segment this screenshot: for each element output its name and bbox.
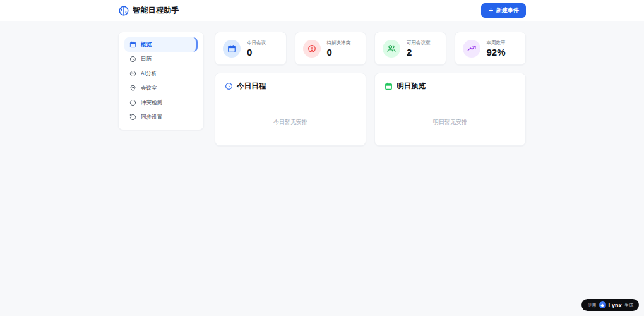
sidebar-item-label: AI分析 <box>141 70 157 78</box>
calendar-icon <box>129 41 136 48</box>
badge-prefix: 使用 <box>588 302 597 308</box>
panel-empty-state: 明日暂无安排 <box>375 99 525 145</box>
brain-logo-icon <box>118 5 129 16</box>
stat-card-pending-conflicts: 待解决冲突 0 <box>295 32 367 65</box>
sync-refresh-icon <box>129 114 136 121</box>
panel-title: 明日预览 <box>397 82 426 91</box>
lynx-attribution-badge[interactable]: 使用 ◆ Lynx 生成 <box>581 299 639 311</box>
new-event-label: 新建事件 <box>496 6 519 15</box>
panel-today-schedule: 今日日程 今日暂无安排 <box>215 73 366 146</box>
sidebar-item-ai-analysis[interactable]: AI分析 <box>124 66 198 81</box>
badge-brand: Lynx <box>609 302 622 308</box>
lynx-logo-icon: ◆ <box>599 301 606 308</box>
sidebar-item-label: 日历 <box>141 56 152 63</box>
empty-text: 今日暂无安排 <box>273 118 307 126</box>
app-header: 智能日程助手 新建事件 <box>0 0 644 21</box>
sidebar-item-label: 同步设置 <box>141 114 162 121</box>
stat-card-weekly-efficiency: 本周效率 92% <box>455 32 527 65</box>
badge-suffix: 生成 <box>624 302 633 308</box>
panel-header: 今日日程 <box>215 73 366 99</box>
stat-card-today-meetings: 今日会议 0 <box>215 32 287 65</box>
stat-value: 0 <box>327 47 351 57</box>
clock-icon <box>225 82 233 90</box>
panels-row: 今日日程 今日暂无安排 明日预览 <box>215 73 526 146</box>
sidebar-item-label: 概览 <box>141 41 152 49</box>
map-pin-icon <box>129 85 136 92</box>
sidebar-item-overview[interactable]: 概览 <box>124 37 198 52</box>
content-area: 概览 日历 AI分析 <box>118 32 526 146</box>
panel-empty-state: 今日暂无安排 <box>215 99 366 145</box>
calendar-check-icon <box>385 82 393 90</box>
new-event-button[interactable]: 新建事件 <box>481 3 526 18</box>
alert-circle-icon <box>129 99 136 106</box>
sidebar-item-meeting-rooms[interactable]: 会议室 <box>124 81 198 95</box>
sidebar-item-sync-settings[interactable]: 同步设置 <box>124 110 198 125</box>
panel-header: 明日预览 <box>375 73 525 99</box>
stat-label: 可用会议室 <box>407 40 431 46</box>
clock-icon <box>129 56 136 63</box>
brand: 智能日程助手 <box>118 5 179 16</box>
stat-value: 92% <box>487 47 506 57</box>
empty-text: 明日暂无安排 <box>433 118 467 126</box>
panel-title: 今日日程 <box>237 82 266 91</box>
panel-tomorrow-preview: 明日预览 明日暂无安排 <box>374 73 526 146</box>
calendar-icon <box>223 40 241 58</box>
stat-label: 本周效率 <box>487 40 506 46</box>
stat-label: 今日会议 <box>247 40 266 46</box>
stat-value: 2 <box>407 47 431 57</box>
stat-value: 0 <box>247 47 266 57</box>
sidebar-item-calendar[interactable]: 日历 <box>124 52 198 66</box>
sidebar-item-label: 会议室 <box>141 85 157 92</box>
users-icon <box>383 40 400 58</box>
stats-row: 今日会议 0 待解决冲突 0 <box>215 32 526 65</box>
trending-up-icon <box>463 40 480 58</box>
sidebar-nav: 概览 日历 AI分析 <box>118 32 204 130</box>
app-title: 智能日程助手 <box>133 5 179 16</box>
alert-circle-icon <box>303 40 321 58</box>
stat-card-available-rooms: 可用会议室 2 <box>374 32 446 65</box>
main-column: 今日会议 0 待解决冲突 0 <box>215 32 526 146</box>
stat-label: 待解决冲突 <box>327 40 351 46</box>
sidebar-item-conflict-detection[interactable]: 冲突检测 <box>124 95 198 110</box>
plus-icon <box>488 8 494 13</box>
sidebar-item-label: 冲突检测 <box>141 99 162 107</box>
brain-icon <box>129 70 136 77</box>
